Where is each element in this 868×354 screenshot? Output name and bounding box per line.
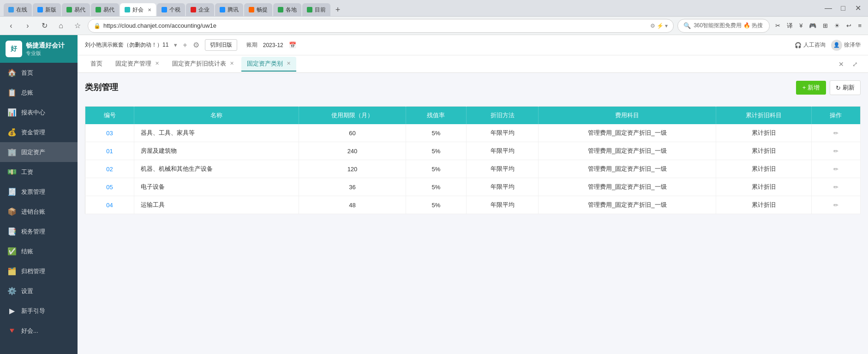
browser-tab-online[interactable]: 在线 <box>4 3 32 16</box>
edit-icon-4[interactable]: ✏ <box>833 202 838 209</box>
cell-name-0: 器具、工具、家具等 <box>134 124 299 142</box>
table-row: 02 机器、机械和其他生产设备 120 5% 年限平均 管理费用_固定资产折旧_… <box>85 160 861 178</box>
home-icon: 🏠 <box>7 68 17 77</box>
sidebar-item-reports[interactable]: 📊 报表中心 <box>0 102 78 122</box>
sidebar-item-invoice[interactable]: 🧾 发票管理 <box>0 182 78 202</box>
cell-residual-1: 5% <box>406 142 466 160</box>
col-header-code: 编号 <box>85 107 134 125</box>
sidebar-item-label-ledger: 总账 <box>21 89 33 97</box>
col-header-method: 折旧方法 <box>467 107 539 125</box>
tab-close-depreciation[interactable]: ✕ <box>230 60 234 66</box>
sidebar-item-funds[interactable]: 💰 资金管理 <box>0 122 78 142</box>
cell-name-2: 机器、机械和其他生产设备 <box>134 160 299 178</box>
bookmark-button[interactable]: ☆ <box>71 19 84 32</box>
cell-expense-3: 管理费用_固定资产折旧_一级 <box>539 178 716 196</box>
app-layout: 好 畅捷通好会计 专业版 🏠 首页 📋 总账 📊 报表中心 💰 资金管理 🏢 固… <box>0 35 868 354</box>
tab-close-asset-manage[interactable]: ✕ <box>155 60 159 66</box>
sidebar-item-label-archive: 归档管理 <box>21 267 45 276</box>
sidebar-item-stock[interactable]: 📦 进销台账 <box>0 202 78 222</box>
collapse-window-button[interactable]: ✕ <box>836 60 847 69</box>
grid-icon[interactable]: ⊞ <box>821 20 830 31</box>
cell-method-1: 年限平均 <box>467 142 539 160</box>
col-header-accumulated: 累计折旧科目 <box>716 107 812 125</box>
home-button[interactable]: ⌂ <box>54 19 67 32</box>
browser-tab-yidai1[interactable]: 易代 <box>62 3 90 16</box>
back-button[interactable]: ‹ <box>5 19 18 32</box>
undo-icon[interactable]: ↩ <box>844 20 853 31</box>
expand-window-button[interactable]: ⤢ <box>850 60 861 69</box>
search-area[interactable]: 🔍 360智能抠图免费用 🔥 热搜 <box>677 19 770 33</box>
stock-icon: 📦 <box>7 207 17 216</box>
edit-icon-2[interactable]: ✏ <box>833 166 838 173</box>
sidebar-item-settings[interactable]: ⚙️ 设置 <box>0 281 78 301</box>
browser-tab-tencent[interactable]: 腾讯 <box>215 3 243 16</box>
edit-icon-1[interactable]: ✏ <box>833 148 838 155</box>
sidebar-item-fixed-assets[interactable]: 🏢 固定资产 <box>0 142 78 162</box>
edit-icon-3[interactable]: ✏ <box>833 184 838 191</box>
dropdown-icon[interactable]: ▾ <box>174 42 177 48</box>
page-tab-category[interactable]: 固定资产类别 ✕ <box>241 57 296 72</box>
switch-version-button[interactable]: 切到旧版 <box>205 39 237 51</box>
reload-button[interactable]: ↻ <box>38 19 51 32</box>
minimize-button[interactable]: — <box>822 2 835 15</box>
tab-close-category[interactable]: ✕ <box>287 60 291 66</box>
search-placeholder: 360智能抠图免费用 🔥 热搜 <box>694 22 763 30</box>
sidebar-item-ledger[interactable]: 📋 总账 <box>0 83 78 102</box>
page-tab-home[interactable]: 首页 <box>85 57 108 72</box>
browser-tab-yidai2[interactable]: 易代 <box>91 3 119 16</box>
add-company-icon[interactable]: + <box>183 41 187 49</box>
cell-expense-0: 管理费用_固定资产折旧_一级 <box>539 124 716 142</box>
sidebar-item-archive[interactable]: 🗂️ 归档管理 <box>0 261 78 281</box>
sidebar-item-guide[interactable]: ▶ 新手引导 <box>0 301 78 321</box>
cut-icon[interactable]: ✂ <box>773 20 782 31</box>
page-tab-asset-manage[interactable]: 固定资产管理 ✕ <box>110 57 165 72</box>
browser-tab-changte[interactable]: 畅提 <box>244 3 272 16</box>
tab-close-icon[interactable]: ✕ <box>148 7 151 12</box>
cell-method-2: 年限平均 <box>467 160 539 178</box>
add-button[interactable]: + 新增 <box>796 81 826 95</box>
period-label: 账期 <box>246 41 257 49</box>
search-icon: 🔍 <box>683 22 691 29</box>
browser-tab-gedi[interactable]: 各地 <box>273 3 301 16</box>
close-browser-button[interactable]: ✕ <box>851 2 864 15</box>
address-bar[interactable]: 🔒 https://cloud.chanjet.com/accounting/u… <box>88 19 674 33</box>
logo-sub: 专业版 <box>26 50 65 57</box>
cell-accumulated-2: 累计折旧 <box>716 160 812 178</box>
new-tab-button[interactable]: + <box>331 3 344 16</box>
page-tab-depreciation[interactable]: 固定资产折旧统计表 ✕ <box>167 57 239 72</box>
sidebar-item-payroll[interactable]: 💵 工资 <box>0 162 78 182</box>
browser-tab-enterprise[interactable]: 企业 <box>186 3 214 16</box>
menu-icon[interactable]: ≡ <box>856 20 863 31</box>
settings-gear-icon[interactable]: ⚙ <box>193 41 199 49</box>
refresh-icon: ↻ <box>836 84 841 91</box>
forward-button[interactable]: › <box>21 19 34 32</box>
avatar-icon: 👤 <box>831 40 842 51</box>
calendar-icon[interactable]: 📅 <box>289 42 296 48</box>
sidebar-item-tax[interactable]: 📑 税务管理 <box>0 222 78 241</box>
browser-tab-new[interactable]: 新版 <box>33 3 61 16</box>
edit-icon-0[interactable]: ✏ <box>833 130 838 137</box>
maximize-button[interactable]: □ <box>837 2 850 15</box>
refresh-button[interactable]: ↻ 刷新 <box>830 80 861 95</box>
cell-code-4: 04 <box>85 196 134 214</box>
cell-residual-2: 5% <box>406 160 466 178</box>
sidebar-item-more[interactable]: 🔻 好会... <box>0 321 78 341</box>
wallet-icon[interactable]: ¥ <box>797 20 804 31</box>
cell-name-4: 运输工具 <box>134 196 299 214</box>
archive-icon: 🗂️ <box>7 267 17 276</box>
sidebar-item-checkout[interactable]: ✅ 结账 <box>0 241 78 261</box>
translate-icon[interactable]: 译 <box>785 20 795 32</box>
table-header: 编号 名称 使用期限（月） 残值率 折旧方法 费用科目 累计折旧科目 操作 <box>85 107 861 125</box>
browser-tab-mumu[interactable]: 目前 <box>302 3 330 16</box>
user-avatar[interactable]: 👤 徐泽华 <box>831 40 861 51</box>
topbar: 刘小艳演示账套（勿删勿动！）11 ▾ + ⚙ 切到旧版 账期 2023-12 📅… <box>78 35 868 55</box>
service-button[interactable]: 🎧 人工咨询 <box>795 41 826 49</box>
game-icon[interactable]: 🎮 <box>807 20 818 31</box>
browser-tab-tax[interactable]: 个税 <box>157 3 185 16</box>
sidebar-item-home[interactable]: 🏠 首页 <box>0 63 78 83</box>
sidebar-item-label-tax: 税务管理 <box>21 228 45 236</box>
col-header-name: 名称 <box>134 107 299 125</box>
browser-tab-haohui[interactable]: 好会 ✕ <box>120 3 156 16</box>
brightness-icon[interactable]: ☀ <box>832 20 842 31</box>
cell-action-1: ✏ <box>811 142 860 160</box>
